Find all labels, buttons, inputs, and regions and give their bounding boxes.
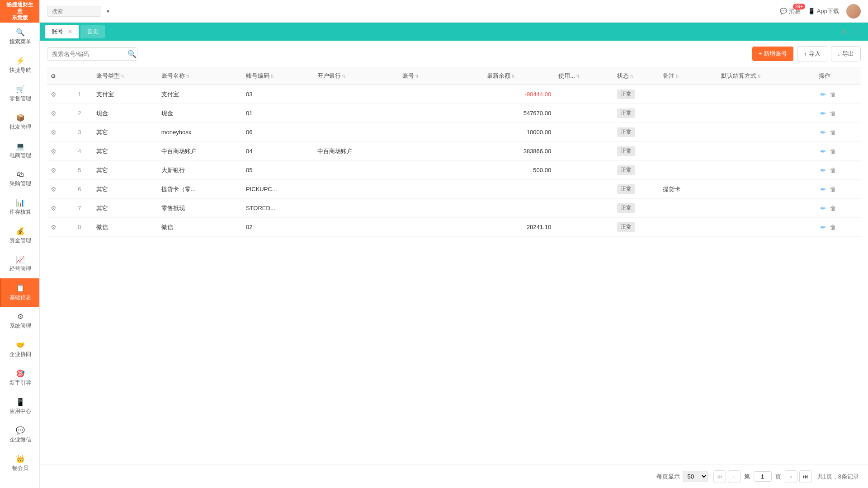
expand-window-btn[interactable]: ⛶ [852, 26, 863, 37]
sidebar-item-purchase[interactable]: 🛍采购管理 [0, 165, 39, 193]
sidebar-item-enterprise-wx[interactable]: 💬企业微信 [0, 421, 39, 449]
edit-button[interactable]: ✏ [819, 90, 828, 99]
export-label: 导出 [842, 50, 854, 58]
type-sort-icon[interactable]: ⇅ [121, 74, 124, 79]
edit-button[interactable]: ✏ [819, 204, 828, 213]
top-search-input[interactable] [47, 6, 101, 17]
status-sort-icon[interactable]: ⇅ [630, 74, 633, 79]
row-gear-icon[interactable]: ⚙ [51, 91, 57, 98]
search-icon: 🔍 [16, 28, 25, 37]
quick-nav-icon: ⚡ [16, 56, 25, 65]
message-icon: 💬 [780, 8, 787, 14]
import-button[interactable]: ↑ 导入 [797, 46, 827, 61]
sidebar-item-guide[interactable]: 🎯新手引导 [0, 364, 39, 392]
sidebar-item-finance[interactable]: 💰资金管理 [0, 221, 39, 250]
sidebar-item-quick-nav[interactable]: ⚡快捷导航 [0, 51, 39, 80]
cell-code: 04 [242, 142, 314, 161]
cell-ops: ✏🗑 [815, 123, 861, 142]
next-page-btn[interactable]: › [785, 470, 797, 483]
col-type[interactable]: 账号类型⇅ [93, 67, 158, 85]
content-area: 🔍 + 新增账号 ↑ 导入 ↓ 导出 ⚙账号类型⇅账号名称⇅账号编码⇅开户银行⇅… [40, 41, 868, 488]
close-window-btn[interactable]: ✕ [838, 26, 849, 37]
app-download-button[interactable]: 📱 App下载 [808, 7, 839, 15]
col-code[interactable]: 账号编码⇅ [242, 67, 314, 85]
sidebar-item-basic-info[interactable]: 📋基础信息 [0, 278, 39, 307]
col-note[interactable]: 备注⇅ [659, 67, 718, 85]
sidebar-item-inventory[interactable]: 📊库存核算 [0, 193, 39, 221]
col-account[interactable]: 账号⇅ [399, 67, 483, 85]
search-button[interactable]: 🔍 [127, 50, 137, 58]
cell-account [399, 218, 483, 237]
delete-button[interactable]: 🗑 [828, 128, 838, 137]
row-gear-icon[interactable]: ⚙ [51, 205, 57, 212]
balance-sort-icon[interactable]: ⇅ [511, 74, 515, 79]
tab-home[interactable]: 首页 [80, 25, 105, 38]
action-buttons: + 新增账号 ↑ 导入 ↓ 导出 [752, 46, 861, 61]
export-button[interactable]: ↓ 导出 [831, 46, 861, 61]
note-sort-icon[interactable]: ⇅ [675, 74, 679, 79]
row-gear-icon[interactable]: ⚙ [51, 167, 57, 174]
col-default_pay[interactable]: 默认结算方式⇅ [717, 67, 815, 85]
per-page-select[interactable]: 50 100 200 [683, 471, 708, 482]
sidebar-item-wholesale[interactable]: 📦批发管理 [0, 108, 39, 136]
tab-close-account[interactable]: ✕ [68, 28, 72, 35]
edit-button[interactable]: ✏ [819, 166, 828, 175]
sidebar-item-operation[interactable]: 📈经营管理 [0, 250, 39, 278]
sidebar-item-ecommerce[interactable]: 💻电商管理 [0, 136, 39, 165]
delete-button[interactable]: 🗑 [828, 166, 838, 175]
sidebar-item-retail[interactable]: 🛒零售管理 [0, 80, 39, 108]
finance-icon: 💰 [16, 227, 25, 235]
bank-sort-icon[interactable]: ⇅ [342, 74, 345, 79]
message-button[interactable]: 💬 消息 99+ [780, 7, 801, 15]
cell-name: 现金 [158, 104, 242, 123]
edit-button[interactable]: ✏ [819, 147, 828, 156]
cell-ops: ✏🗑 [815, 199, 861, 218]
sidebar-item-system[interactable]: ⚙系统管理 [0, 307, 39, 335]
tab-account[interactable]: 账号✕ [45, 25, 79, 38]
add-account-button[interactable]: + 新增账号 [752, 47, 793, 61]
sidebar-item-search[interactable]: 🔍搜索菜单 [0, 23, 39, 51]
row-gear-icon[interactable]: ⚙ [51, 110, 57, 117]
edit-button[interactable]: ✏ [819, 109, 828, 118]
row-gear-icon[interactable]: ⚙ [51, 129, 57, 136]
delete-button[interactable]: 🗑 [828, 109, 838, 118]
edit-button[interactable]: ✏ [819, 223, 828, 232]
sidebar-item-app-center[interactable]: 📱应用中心 [0, 392, 39, 421]
delete-button[interactable]: 🗑 [828, 90, 838, 99]
cell-bank [314, 199, 398, 218]
system-icon: ⚙ [17, 312, 24, 321]
edit-button[interactable]: ✏ [819, 128, 828, 137]
delete-button[interactable]: 🗑 [828, 223, 838, 232]
first-page-btn[interactable]: ⏮ [713, 470, 726, 483]
table-row: ⚙2现金现金01547670.00正常✏🗑 [47, 104, 861, 123]
search-input[interactable] [47, 47, 137, 61]
sidebar-item-agreement[interactable]: 🤝企业协同 [0, 335, 39, 364]
user-avatar[interactable] [846, 4, 861, 19]
delete-button[interactable]: 🗑 [828, 185, 838, 194]
col-bank[interactable]: 开户银行⇅ [314, 67, 398, 85]
col-use[interactable]: 使用...⇅ [555, 67, 613, 85]
delete-button[interactable]: 🗑 [828, 204, 838, 213]
col-status[interactable]: 状态⇅ [613, 67, 659, 85]
sidebar-label: 经营管理 [9, 265, 31, 273]
sidebar: 畅捷通财生意 乐意版 🔍搜索菜单⚡快捷导航🛒零售管理📦批发管理💻电商管理🛍采购管… [0, 0, 40, 488]
use-sort-icon[interactable]: ⇅ [576, 74, 580, 79]
account-sort-icon[interactable]: ⇅ [415, 74, 419, 79]
last-page-btn[interactable]: ⏭ [799, 470, 812, 483]
page-label: 第 [744, 473, 750, 481]
delete-button[interactable]: 🗑 [828, 147, 838, 156]
col-name[interactable]: 账号名称⇅ [158, 67, 242, 85]
row-gear-icon[interactable]: ⚙ [51, 186, 57, 193]
prev-page-btn[interactable]: ‹ [728, 470, 741, 483]
page-input[interactable] [754, 471, 772, 482]
row-gear-icon[interactable]: ⚙ [51, 148, 57, 155]
edit-button[interactable]: ✏ [819, 185, 828, 194]
col-balance[interactable]: 最新余额⇅ [483, 67, 555, 85]
dropdown-btn[interactable]: ▾ [107, 8, 109, 14]
row-gear-icon[interactable]: ⚙ [51, 224, 57, 231]
app-download-label: App下载 [817, 7, 839, 15]
sidebar-item-member[interactable]: 👑畅会员 [0, 449, 39, 478]
default_pay-sort-icon[interactable]: ⇅ [757, 74, 761, 79]
name-sort-icon[interactable]: ⇅ [186, 74, 189, 79]
code-sort-icon[interactable]: ⇅ [270, 74, 274, 79]
